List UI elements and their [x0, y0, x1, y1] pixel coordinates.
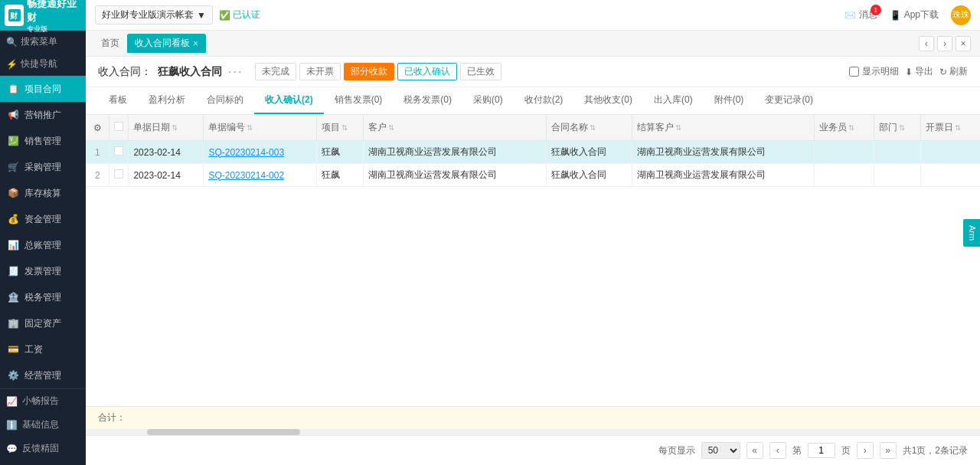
sort-date-icon[interactable]: ⇅	[172, 123, 178, 132]
close-tab-icon[interactable]: ×	[193, 38, 198, 49]
sidebar-item-unpin[interactable]: 📌 取消固定	[0, 460, 86, 465]
row-checkbox-2[interactable]	[109, 164, 129, 187]
sidebar-item-contract[interactable]: 📋 项目合同	[0, 76, 86, 102]
table-row[interactable]: 2 2023-02-14 SQ-20230214-002 狂飙 湖南卫视商业运营…	[86, 164, 980, 187]
per-page-select[interactable]: 50 100 200	[701, 442, 740, 459]
horizontal-scrollbar[interactable]	[86, 429, 980, 435]
report-icon: 📈	[6, 396, 18, 407]
sidebar-item-tax[interactable]: 🏦 税务管理	[0, 284, 86, 310]
sidebar-item-management[interactable]: ⚙️ 经营管理	[0, 362, 86, 388]
tab-home[interactable]: 首页	[95, 34, 126, 53]
sub-tab-purchase[interactable]: 采购(0)	[462, 87, 514, 114]
sub-tab-other[interactable]: 其他收支(0)	[573, 87, 643, 114]
tax-label: 税务管理	[24, 291, 61, 304]
sub-tab-tax-invoice[interactable]: 税务发票(0)	[393, 87, 462, 114]
row-settlement-1: 湖南卫视商业运营发展有限公司	[632, 141, 814, 164]
sub-tab-contract-subject[interactable]: 合同标的	[196, 87, 254, 114]
th-customer: 客户⇅	[364, 115, 546, 141]
sidebar: 财 畅捷通好业财 专业版 🔍 搜索菜单 ⚡ 快捷导航 📋 项目合同 📢 营销推广…	[0, 0, 86, 465]
current-page-input[interactable]	[808, 443, 835, 458]
sidebar-bottom: 📈 小畅报告 ℹ️ 基础信息 💬 反馈精固 📌 取消固定	[0, 388, 86, 465]
sidebar-item-purchase[interactable]: 🛒 采购管理	[0, 154, 86, 180]
float-arm-btn[interactable]: Arm	[963, 218, 980, 246]
app-download-btn[interactable]: 📱 App下载	[890, 8, 939, 21]
verified-badge: ✅ 已认证	[219, 8, 260, 21]
topbar: 好业财专业版演示帐套 ▼ ✅ 已认证 ✉️ 消息 1 📱 App下载 珠珠	[86, 0, 980, 31]
svg-text:财: 财	[9, 11, 18, 20]
tab-nav-close[interactable]: ×	[956, 36, 971, 51]
asset-label: 固定资产	[24, 317, 61, 330]
th-department: 部门⇅	[874, 115, 921, 141]
tab-nav-next[interactable]: ›	[937, 36, 952, 51]
sidebar-item-report[interactable]: 📈 小畅报告	[0, 389, 86, 413]
sub-tab-inout[interactable]: 出入库(0)	[643, 87, 704, 114]
sidebar-item-fund[interactable]: 💰 资金管理	[0, 206, 86, 232]
info-icon: ℹ️	[6, 420, 18, 431]
sub-tab-sales-invoice[interactable]: 销售发票(0)	[324, 87, 394, 114]
sidebar-item-feedback[interactable]: 💬 反馈精固	[0, 437, 86, 460]
row-settlement-2: 湖南卫视商业运营发展有限公司	[632, 164, 814, 187]
tab-nav-prev[interactable]: ‹	[919, 36, 934, 51]
sort-project-icon[interactable]: ⇅	[341, 123, 348, 132]
invoice-label: 发票管理	[24, 265, 61, 278]
refresh-btn[interactable]: ↻ 刷新	[939, 65, 968, 78]
sort-invoicedate-icon[interactable]: ⇅	[955, 123, 961, 132]
row-checkbox-1[interactable]	[109, 141, 129, 164]
sidebar-item-quicknav[interactable]: ⚡ 快捷导航	[0, 53, 86, 76]
export-btn[interactable]: ⬇ 导出	[905, 65, 933, 78]
show-detail-checkbox[interactable]: 显示明细	[849, 65, 899, 78]
th-checkbox[interactable]	[109, 115, 129, 141]
row-contract-1: 狂飙收入合同	[546, 141, 632, 164]
sub-tab-attachments[interactable]: 附件(0)	[704, 87, 755, 114]
next-page-btn[interactable]: ›	[857, 442, 874, 459]
contract-icon: 📋	[6, 82, 20, 96]
last-page-btn[interactable]: »	[880, 442, 897, 459]
sidebar-item-baseinfo[interactable]: ℹ️ 基础信息	[0, 413, 86, 437]
management-label: 经营管理	[24, 369, 61, 382]
sidebar-item-sales[interactable]: 💹 销售管理	[0, 128, 86, 154]
prev-page-btn[interactable]: ‹	[769, 442, 786, 459]
message-btn[interactable]: ✉️ 消息 1	[844, 8, 877, 21]
row-orderno-1[interactable]: SQ-20230214-003	[204, 141, 316, 164]
sidebar-item-ledger[interactable]: 📊 总账管理	[0, 232, 86, 258]
sub-tab-profit[interactable]: 盈利分析	[138, 87, 196, 114]
total-info: 共1页，2条记录	[903, 444, 968, 457]
sort-settlement-icon[interactable]: ⇅	[675, 123, 681, 132]
app-download-label: App下载	[904, 8, 939, 21]
row-orderno-2[interactable]: SQ-20230214-002	[204, 164, 316, 187]
status-effective[interactable]: 已生效	[460, 63, 501, 80]
status-incomplete[interactable]: 未完成	[255, 63, 296, 80]
sort-contract-icon[interactable]: ⇅	[590, 123, 596, 132]
th-settings[interactable]: ⚙	[86, 115, 109, 141]
lightning-icon: ⚡	[6, 59, 18, 70]
tax-icon: 🏦	[6, 290, 20, 304]
more-btn[interactable]: ···	[228, 65, 243, 79]
sub-tab-changes[interactable]: 变更记录(0)	[754, 87, 824, 114]
sub-tab-board[interactable]: 看板	[98, 87, 138, 114]
select-all-checkbox[interactable]	[114, 122, 123, 131]
page: 收入合同： 狂飙收入合同 ··· 未完成 未开票 部分收款 已收入确认 已生效 …	[86, 57, 980, 465]
table-row[interactable]: 1 2023-02-14 SQ-20230214-003 狂飙 湖南卫视商业运营…	[86, 141, 980, 164]
sidebar-item-asset[interactable]: 🏢 固定资产	[0, 310, 86, 336]
scrollbar-thumb[interactable]	[147, 429, 300, 435]
first-page-btn[interactable]: «	[746, 442, 763, 459]
sort-customer-icon[interactable]: ⇅	[388, 123, 394, 132]
sort-orderno-icon[interactable]: ⇅	[247, 123, 253, 132]
sidebar-item-marketing[interactable]: 📢 营销推广	[0, 102, 86, 128]
sidebar-item-invoice[interactable]: 🧾 发票管理	[0, 258, 86, 284]
row-salesman-1	[814, 141, 874, 164]
sidebar-item-salary[interactable]: 💳 工资	[0, 336, 86, 362]
user-avatar[interactable]: 珠珠	[951, 5, 971, 25]
company-selector[interactable]: 好业财专业版演示帐套 ▼	[95, 5, 213, 25]
sub-tab-revenue-confirm[interactable]: 收入确认(2)	[254, 87, 324, 114]
status-uninvoiced[interactable]: 未开票	[299, 63, 341, 80]
sort-dept-icon[interactable]: ⇅	[899, 123, 905, 132]
sidebar-item-inventory[interactable]: 📦 库存核算	[0, 180, 86, 206]
sort-salesman-icon[interactable]: ⇅	[848, 123, 854, 132]
tab-contract-board[interactable]: 收入合同看板 ×	[127, 34, 206, 53]
show-detail-input[interactable]	[849, 67, 859, 77]
status-confirmed[interactable]: 已收入确认	[397, 63, 457, 80]
sub-tab-payment[interactable]: 收付款(2)	[514, 87, 574, 114]
sidebar-item-search[interactable]: 🔍 搜索菜单	[0, 31, 86, 53]
status-partial[interactable]: 部分收款	[344, 63, 394, 80]
